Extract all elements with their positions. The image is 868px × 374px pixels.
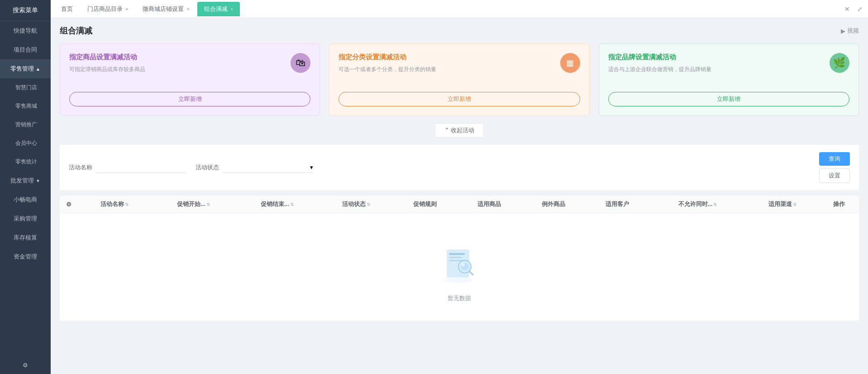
tab-close-combo-discount[interactable]: ×	[230, 6, 233, 12]
empty-icon	[437, 240, 482, 286]
search-bar: 活动名称 活动状态 ▾ 查询 设置	[60, 145, 859, 190]
table-th-settings: ⚙	[60, 196, 78, 213]
tab-home[interactable]: 首页	[54, 2, 80, 16]
table-th-promo-end: 促销结束... ⇅	[235, 196, 319, 213]
sidebar-search[interactable]: 搜索菜单	[0, 0, 51, 21]
tab-wechat-store[interactable]: 微商城店铺设置 ×	[136, 2, 196, 16]
sort-icon: ⇅	[125, 202, 129, 207]
tab-combo-discount[interactable]: 组合满减 ×	[197, 2, 240, 16]
product-card-icon: 🛍	[291, 53, 310, 73]
category-card-title: 指定分类设置满减活动	[339, 53, 580, 62]
empty-state: 暂无数据	[60, 213, 859, 321]
product-card-title: 指定商品设置满减活动	[69, 53, 310, 62]
sidebar-item-retail-stats[interactable]: 零售统计	[0, 153, 51, 171]
table-th-applicable-products: 适用商品	[457, 196, 521, 213]
page-header: 组合满减 ▶ 视频	[60, 25, 859, 36]
sidebar-item-purchase[interactable]: 采购管理	[0, 209, 51, 228]
brand-activity-card: 指定品牌设置满减活动 🌿 适合与上游企业联合做营销，提升品牌销量 立即新增	[599, 43, 859, 116]
sidebar-item-project-contract[interactable]: 项目合同	[0, 40, 51, 59]
table-th-activity-name: 活动名称 ⇅	[78, 196, 152, 213]
play-icon: ▶	[841, 28, 845, 34]
table-header: ⚙ 活动名称 ⇅ 促销开始... ⇅	[60, 196, 859, 213]
svg-rect-3	[449, 257, 462, 258]
query-button[interactable]: 查询	[819, 152, 850, 166]
svg-point-0	[446, 278, 473, 283]
table-container: ⚙ 活动名称 ⇅ 促销开始... ⇅	[60, 196, 859, 321]
sidebar-item-retail-management[interactable]: 零售管理 ▲	[0, 59, 51, 78]
product-card-add-btn[interactable]: 立即新增	[69, 92, 310, 106]
main-area: 首页 门店商品目录 × 微商城店铺设置 × 组合满减 × ✕ ⤢ 组合满减 ▶ …	[51, 0, 868, 374]
sidebar-item-smart-store[interactable]: 智慧门店	[0, 78, 51, 97]
svg-point-8	[461, 263, 465, 267]
gear-icon[interactable]: ⚙	[66, 201, 72, 208]
th-sort-promo-start[interactable]: 促销开始... ⇅	[177, 200, 210, 208]
activity-name-field: 活动名称	[69, 162, 186, 173]
gear-icon: ⚙	[23, 362, 28, 369]
th-sort-activity-status[interactable]: 活动状态 ⇅	[342, 200, 370, 208]
activity-status-select[interactable]: ▾	[223, 162, 313, 173]
table-th-promo-rules: 促销规则	[393, 196, 457, 213]
settings-button[interactable]: 设置	[819, 168, 850, 183]
collapse-activity-btn[interactable]: ⌃ 收起活动	[435, 123, 484, 138]
svg-rect-2	[449, 253, 465, 255]
sidebar-item-wholesale-management[interactable]: 批发管理 ▼	[0, 171, 51, 190]
chevron-down-icon: ▼	[36, 178, 40, 183]
collapse-bar: ⌃ 收起活动	[60, 123, 859, 138]
table-th-operations: 操作	[819, 196, 859, 213]
table-th-no-concurrent: 不允许同时... ⇅	[649, 196, 745, 213]
close-window-btn[interactable]: ✕	[843, 5, 852, 14]
sidebar-item-quick-nav[interactable]: 快捷导航	[0, 21, 51, 40]
brand-card-add-btn[interactable]: 立即新增	[608, 92, 849, 106]
tab-close-wechat-store[interactable]: ×	[186, 6, 189, 12]
category-activity-card: 指定分类设置满减活动 ▦ 可选一个或者多个分类，提升分类的销量 立即新增	[329, 43, 589, 116]
tab-bar-actions: ✕ ⤢	[843, 5, 864, 14]
video-link[interactable]: ▶ 视频	[841, 27, 859, 35]
brand-card-icon: 🌿	[830, 53, 849, 73]
search-actions: 查询 设置	[819, 152, 850, 183]
tab-close-store-catalog[interactable]: ×	[125, 6, 128, 12]
category-card-add-btn[interactable]: 立即新增	[339, 92, 580, 106]
th-sort-activity-name[interactable]: 活动名称 ⇅	[100, 200, 129, 208]
sort-icon: ⇅	[793, 202, 796, 207]
page-title: 组合满减	[60, 25, 92, 36]
activity-name-label: 活动名称	[69, 163, 92, 172]
product-activity-card: 指定商品设置满减活动 🛍 可指定滞销商品或库存较多商品 立即新增	[60, 43, 320, 116]
th-sort-applicable-channel[interactable]: 适用渠道 ⇅	[768, 200, 796, 208]
table-body: 暂无数据	[60, 213, 859, 321]
table-th-promo-start: 促销开始... ⇅	[152, 196, 235, 213]
sidebar-item-inventory[interactable]: 库存核算	[0, 228, 51, 247]
table-th-applicable-customers: 适用客户	[585, 196, 649, 213]
table-th-activity-status: 活动状态 ⇅	[319, 196, 393, 213]
sort-icon: ⇅	[206, 202, 210, 207]
page-content: 组合满减 ▶ 视频 指定商品设置满减活动 🛍 可指定滞销商品或库存较多商品 立即…	[51, 18, 868, 374]
sort-icon: ⇅	[713, 202, 717, 207]
brand-card-desc: 适合与上游企业联合做营销，提升品牌销量	[608, 65, 849, 73]
table-th-applicable-channel: 适用渠道 ⇅	[746, 196, 820, 213]
th-sort-promo-end[interactable]: 促销结束... ⇅	[261, 200, 294, 208]
activity-name-input[interactable]	[96, 162, 186, 173]
svg-line-7	[469, 271, 473, 275]
tab-bar: 首页 门店商品目录 × 微商城店铺设置 × 组合满减 × ✕ ⤢	[51, 0, 868, 18]
th-sort-no-concurrent[interactable]: 不允许同时... ⇅	[678, 200, 717, 208]
activity-status-label: 活动状态	[196, 163, 219, 172]
category-card-desc: 可选一个或者多个分类，提升分类的销量	[339, 65, 580, 73]
activity-cards: 指定商品设置满减活动 🛍 可指定滞销商品或库存较多商品 立即新增 指定分类设置满…	[60, 43, 859, 116]
chevron-icon: ▲	[36, 67, 40, 72]
empty-text: 暂无数据	[69, 294, 850, 302]
activity-table: ⚙ 活动名称 ⇅ 促销开始... ⇅	[60, 196, 859, 321]
chevron-down-icon: ▾	[310, 164, 313, 171]
sort-icon: ⇅	[290, 202, 294, 207]
sidebar-item-xiaochang[interactable]: 小畅电商	[0, 190, 51, 209]
tab-store-catalog[interactable]: 门店商品目录 ×	[81, 2, 135, 16]
sidebar-settings[interactable]: ⚙	[0, 356, 51, 374]
brand-card-title: 指定品牌设置满减活动	[608, 53, 849, 62]
category-card-icon: ▦	[560, 53, 580, 73]
sidebar-item-marketing[interactable]: 营销推广	[0, 115, 51, 134]
resize-window-btn[interactable]: ⤢	[855, 5, 864, 14]
sidebar-item-fund[interactable]: 资金管理	[0, 247, 51, 266]
sidebar-item-retail-mall[interactable]: 零售商城	[0, 97, 51, 115]
sidebar-item-member-center[interactable]: 会员中心	[0, 134, 51, 153]
table-th-exception-products: 例外商品	[521, 196, 586, 213]
activity-status-field: 活动状态 ▾	[196, 162, 313, 173]
sidebar: 搜索菜单 快捷导航 项目合同 零售管理 ▲ 智慧门店 零售商城 营销推广 会员中…	[0, 0, 51, 374]
